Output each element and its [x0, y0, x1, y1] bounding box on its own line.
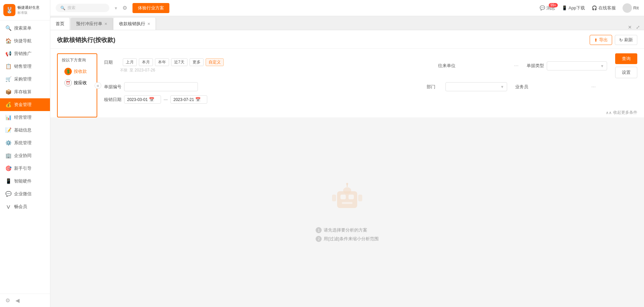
- service-label: 在线客服: [598, 5, 616, 11]
- app-icon: 📱: [562, 5, 567, 10]
- sidebar-item-operation[interactable]: 📊 经营管理: [0, 111, 50, 124]
- doc-no-input[interactable]: [124, 82, 198, 91]
- empty-illustration: [327, 181, 367, 222]
- sales-icon: 📋: [5, 63, 11, 69]
- sidebar-item-inventory[interactable]: 📦 库存核算: [0, 86, 50, 98]
- service-button[interactable]: 🎧 在线客服: [592, 5, 616, 11]
- operation-icon: 📊: [5, 114, 11, 120]
- staff-label: 业务员: [515, 84, 531, 90]
- filter-option-by-receipt[interactable]: 💲 按收款: [62, 66, 93, 77]
- tip2-text: 用[过滤]条件来缩小分析范围: [324, 235, 378, 243]
- sidebar-item-label: 经营管理: [14, 114, 32, 120]
- sidebar-item-search-menu[interactable]: 🔍 搜索菜单: [0, 22, 50, 35]
- sidebar-item-marketing[interactable]: 📢 营销推广: [0, 47, 50, 60]
- enterprise-icon: 🏢: [5, 153, 11, 159]
- message-badge: 99+: [549, 3, 558, 7]
- counterpart-label: 往来单位: [438, 63, 455, 69]
- sidebar-item-label: 系统管理: [14, 140, 32, 146]
- settings-bottom-icon[interactable]: ⚙: [5, 297, 10, 304]
- gear-icon[interactable]: ⚙: [122, 5, 127, 11]
- filter-row-1: 日期 上月 本月 本年 近7天 更多 自定义: [104, 53, 637, 78]
- sidebar-item-vip[interactable]: V 畅会员: [0, 200, 50, 213]
- calendar-end-icon[interactable]: 📅: [195, 97, 201, 102]
- tab-collection-close-icon[interactable]: ✕: [147, 22, 150, 26]
- query-button[interactable]: 查询: [615, 53, 637, 64]
- date-to-label: 至 2023-07-26: [129, 67, 155, 73]
- sidebar-item-wechat[interactable]: 💬 企业微信: [0, 188, 50, 200]
- topbar-right: 💬 消息 99+ 📱 App下载 🎧 在线客服 Rit: [540, 3, 639, 13]
- calendar-start-icon[interactable]: 📅: [149, 97, 154, 102]
- sidebar-item-guide[interactable]: 🎯 新手引导: [0, 162, 50, 175]
- refresh-button[interactable]: ↻ 刷新: [615, 35, 637, 45]
- verify-date-label: 核销日期: [104, 97, 121, 103]
- date-tag-more[interactable]: 更多: [190, 58, 204, 66]
- dept-label: 部门: [427, 84, 443, 90]
- date-tag-this-year[interactable]: 本年: [155, 58, 169, 66]
- sidebar-item-hardware[interactable]: 📱 智能硬件: [0, 175, 50, 188]
- export-button[interactable]: ⬆ 导出: [590, 35, 612, 45]
- message-button[interactable]: 💬 消息 99+: [540, 5, 555, 11]
- sidebar-item-label: 库存核算: [14, 89, 32, 95]
- tab-maximize-icon[interactable]: ⤢: [636, 24, 640, 30]
- sidebar-item-label: 资金管理: [14, 102, 32, 108]
- page-header-actions: ⬆ 导出 ↻ 刷新: [590, 35, 637, 45]
- filter-panel-collapse-icon[interactable]: «: [95, 82, 101, 89]
- wechat-icon: 💬: [5, 191, 11, 197]
- doc-no-label: 单据编号: [104, 84, 121, 90]
- solution-button[interactable]: 体验行业方案: [132, 3, 169, 13]
- dept-chevron-icon: ▾: [501, 84, 503, 89]
- staff-more-icon[interactable]: ···: [591, 84, 596, 90]
- sidebar-item-enterprise[interactable]: 🏢 企业协同: [0, 149, 50, 162]
- collapse-more-button[interactable]: ∧∧ 收起更多条件: [606, 110, 637, 115]
- sidebar-item-label: 销售管理: [14, 63, 32, 69]
- date-tag-this-month[interactable]: 本月: [139, 58, 153, 66]
- date-tag-last-month[interactable]: 上月: [123, 58, 137, 66]
- verify-date-end-input[interactable]: 2023-07-21 📅: [170, 95, 207, 104]
- app-name: 畅捷通好生意: [17, 5, 40, 10]
- sidebar-item-basic-info[interactable]: 📝 基础信息: [0, 124, 50, 137]
- service-icon: 🎧: [592, 5, 597, 10]
- tab-close-all-icon[interactable]: ✕: [628, 24, 632, 30]
- tab-prepay-label: 预付冲应付单: [76, 21, 102, 27]
- tab-prepay-close-icon[interactable]: ✕: [104, 22, 107, 26]
- sidebar-item-finance[interactable]: 💰 资金管理: [0, 98, 50, 111]
- date-tag-custom[interactable]: 自定义: [206, 58, 224, 66]
- chevron-up-icon: ∧∧: [606, 110, 612, 115]
- topbar-search[interactable]: 🔍 搜索: [56, 4, 109, 12]
- sidebar-item-label: 企业微信: [14, 191, 32, 197]
- filter-option-by-receivable[interactable]: ⏰ 按应收: [62, 77, 93, 89]
- svg-point-8: [346, 183, 348, 185]
- date-tag-7days[interactable]: 近7天: [171, 58, 187, 66]
- counterpart-field: 往来单位 ···: [438, 63, 519, 69]
- by-receivable-icon: ⏰: [64, 79, 72, 87]
- date-field: 日期 上月 本月 本年 近7天 更多 自定义: [104, 58, 224, 73]
- doc-type-select[interactable]: ▾: [547, 61, 607, 70]
- refresh-icon: ↻: [619, 38, 623, 43]
- sidebar-item-label: 基础信息: [14, 127, 32, 133]
- app-download-button[interactable]: 📱 App下载: [562, 5, 585, 11]
- settings-button[interactable]: 设置: [615, 67, 637, 78]
- tab-home[interactable]: 首页: [50, 18, 70, 30]
- filter-panel: 按以下方查询 💲 按收款 ⏰ 按应收 «: [57, 53, 97, 117]
- sidebar-item-purchase[interactable]: 🛒 采购管理: [0, 73, 50, 86]
- verify-date-field: 核销日期 2023-03-01 📅 — 2023-07-21 📅: [104, 95, 207, 104]
- quick-nav-icon: 🏠: [5, 38, 11, 44]
- tab-prepay[interactable]: 预付冲应付单 ✕: [71, 18, 113, 30]
- sidebar-item-system[interactable]: ⚙️ 系统管理: [0, 137, 50, 149]
- svg-point-6: [343, 187, 351, 194]
- message-icon: 💬: [540, 5, 545, 10]
- sidebar-item-quick-nav[interactable]: 🏠 快捷导航: [0, 35, 50, 47]
- app-edition: 标准版: [17, 10, 40, 15]
- user-menu[interactable]: Rit: [623, 3, 639, 13]
- date-range-separator: —: [164, 97, 168, 102]
- counterpart-more-icon[interactable]: ···: [514, 63, 519, 69]
- date-label: 日期: [104, 59, 120, 65]
- collapse-row: ∧∧ 收起更多条件: [104, 108, 637, 117]
- verify-date-start-input[interactable]: 2023-03-01 📅: [124, 95, 161, 104]
- dept-field: 部门 ▾: [427, 82, 507, 91]
- avatar: [623, 3, 632, 13]
- collapse-sidebar-button[interactable]: ◀: [15, 297, 19, 304]
- tab-collection[interactable]: 收款核销执行 ✕: [114, 18, 156, 30]
- sidebar-item-sales[interactable]: 📋 销售管理: [0, 60, 50, 73]
- dept-select[interactable]: ▾: [445, 82, 507, 91]
